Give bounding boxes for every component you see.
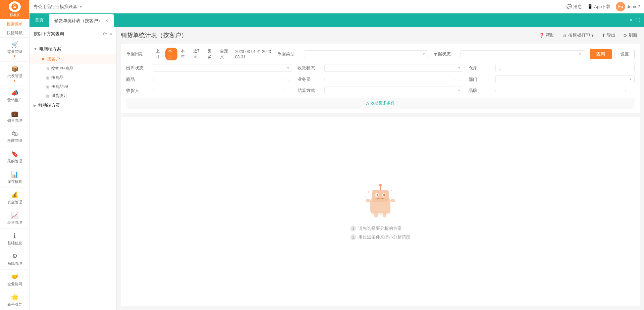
tree-group-mobile-label: 移动端方案 [38, 102, 60, 108]
tree-group-mobile: ▶ 移动端方案 [30, 100, 116, 110]
user-name: demo2 [627, 4, 640, 9]
svg-text:✦: ✦ [390, 189, 393, 192]
by-customer-icon: ● [42, 56, 45, 62]
out-status-select[interactable]: ▾ [153, 64, 292, 72]
export-btn[interactable]: ⬆ 导出 [599, 31, 618, 40]
empty-hints: 1 请先选择要分析的方案 2 用过滤条件来缩小分析范围 [350, 225, 411, 243]
settings-btn[interactable]: 设置 [614, 49, 635, 59]
maximize-btn[interactable]: ⛶ [636, 18, 640, 23]
salesperson-ellipsis-btn[interactable]: … [456, 77, 463, 82]
logo-text: 标准版 [10, 13, 20, 17]
box2-icon: ▣ [46, 85, 49, 89]
quick-nav[interactable]: 快捷导航 [0, 29, 29, 38]
tree-item-by-goods[interactable]: ▣ 按商品 [30, 73, 116, 82]
tab-close-btn[interactable]: ✕ [105, 18, 108, 23]
by-customer-goods-label: 按客户+商品 [51, 66, 73, 71]
salesperson-label: 业务员 [298, 76, 324, 83]
svg-point-8 [383, 194, 385, 196]
newbie-label: 新手引导 [7, 302, 22, 307]
settlement-arrow: ▾ [458, 88, 460, 93]
box-icon: ▣ [46, 75, 49, 80]
settlement-select[interactable]: ▾ [324, 87, 464, 94]
system-label: 系统管理 [7, 261, 22, 266]
sidebar-item-purchase[interactable]: 🔖 采购管理 [0, 147, 29, 167]
message-icon: 💬 [567, 4, 572, 9]
tree-item-by-goods-99[interactable]: ▣ 按商品99 [30, 82, 116, 91]
filter-row-2: 出库状态 ▾ 收款状态 ▾ [126, 64, 635, 72]
tab-sales-stat[interactable]: 销货单统计表（按客户） ✕ [49, 14, 114, 28]
tree-item-return-stat[interactable]: ▦ 退货统计 [30, 91, 116, 100]
sidebar-item-inventory[interactable]: 📊 库存核算 [0, 167, 29, 188]
sidebar-item-marketing[interactable]: 📣 营销推广 [0, 86, 29, 106]
date-tab-this-month[interactable]: 本月 [165, 48, 177, 60]
collapse-panel-btn[interactable]: « [110, 31, 112, 37]
doc-status-select[interactable]: ▾ [460, 50, 584, 58]
department-filter: ▾ [495, 75, 635, 83]
tree-item-by-customer[interactable]: ● 按客户 [30, 54, 116, 64]
date-tab-this-year[interactable]: 本年 [178, 48, 190, 60]
collapse-bar[interactable]: ⋀ 收起更多条件 [126, 98, 635, 109]
brand-label: 品牌 [469, 88, 495, 94]
consignee-ellipsis-btn[interactable]: … [285, 88, 292, 93]
by-customer-label: 按客户 [47, 56, 60, 62]
dropdown-arrow[interactable]: ▾ [80, 4, 82, 9]
warehouse-select[interactable]: … [495, 64, 635, 72]
basic-label: 基础信息 [7, 241, 22, 246]
svg-text:✦: ✦ [367, 190, 370, 194]
page-actions: ❓ 帮助 🖨 按模板打印 ▾ ⬆ 导出 ⟳ [536, 31, 640, 40]
tree-group-pc-header[interactable]: ▼ 电脑端方案 [30, 44, 116, 54]
sidebar-item-retail[interactable]: 🛒 零售管理 ▼ [0, 38, 29, 62]
search-menu[interactable]: 搜索菜单 [0, 19, 29, 29]
message-btn[interactable]: 💬 消息 [567, 4, 582, 10]
system-icon: ⚙ [12, 253, 17, 260]
help-btn[interactable]: ❓ 帮助 [536, 31, 557, 40]
sidebar-item-sales[interactable]: 💼 销售管理 [0, 106, 29, 127]
brand-ellipsis-btn[interactable]: … [627, 88, 635, 93]
sidebar-item-system[interactable]: ⚙ 系统管理 [0, 249, 29, 270]
inventory-icon: 📊 [11, 171, 18, 178]
sidebar-item-finance[interactable]: 💰 资金管理 [0, 188, 29, 208]
close-window-btn[interactable]: ✕ [629, 18, 633, 23]
goods-select[interactable] [153, 78, 283, 81]
tree-arrow-mobile: ▶ [34, 103, 36, 108]
sidebar-item-newbie[interactable]: 🌟 新手引导 [0, 290, 29, 310]
refresh-btn[interactable]: ⟳ 刷新 [621, 31, 640, 40]
payment-status-label: 收款状态 [298, 65, 324, 71]
add-scheme-btn[interactable]: + [98, 31, 100, 37]
brand-select[interactable] [495, 89, 626, 92]
sidebar-item-enterprise[interactable]: 🤝 企业协同 [0, 270, 29, 290]
consignee-select[interactable] [153, 89, 283, 92]
sidebar-item-wholesale[interactable]: 📦 批发管理 ▲ [0, 62, 29, 86]
sidebar-item-operations[interactable]: 📈 经营管理 [0, 208, 29, 229]
sidebar-item-ecommerce[interactable]: 🛍 电商管理 [0, 127, 29, 147]
phone-icon: 📱 [587, 4, 593, 9]
doc-status-arrow: ▾ [579, 52, 581, 56]
query-btn[interactable]: 查询 [590, 49, 612, 59]
payment-status-select[interactable]: ▾ [324, 64, 464, 72]
department-select[interactable]: ▾ [495, 75, 635, 83]
user-info[interactable]: Ea demo2 [616, 2, 640, 11]
filter-area: 单据日期 上月 本月 本年 近7天 更多 自定义 2023-03-01 至 20… [121, 44, 640, 113]
tree-group-mobile-header[interactable]: ▶ 移动端方案 [30, 100, 116, 110]
empty-state: ✦ ✦ 1 请先选择要分析的方案 2 用过滤条件来缩小分析范围 [121, 117, 640, 306]
doc-type-label: 单据类型 [277, 51, 304, 57]
tree-item-by-customer-goods[interactable]: ⊞ 按客户+商品 [30, 64, 116, 73]
goods-ellipsis-btn[interactable]: … [285, 77, 292, 82]
doc-type-select[interactable]: ▾ [304, 50, 428, 58]
date-tab-last-month[interactable]: 上月 [153, 48, 165, 60]
goods-label: 商品 [126, 76, 153, 83]
svg-point-7 [377, 194, 378, 196]
by-goods-99-label: 按商品99 [51, 84, 68, 90]
sidebar-item-basic[interactable]: ℹ 基础信息 [0, 229, 29, 249]
date-tab-last-7-days[interactable]: 近7天 [191, 48, 204, 60]
empty-icon: ✦ ✦ [360, 180, 400, 220]
marketing-label: 营销推广 [7, 98, 22, 103]
tab-home[interactable]: 首页 [30, 13, 49, 27]
refresh-scheme-btn[interactable]: ⟳ [103, 31, 107, 37]
print-btn[interactable]: 🖨 按模板打印 ▾ [560, 31, 596, 40]
message-label: 消息 [573, 4, 582, 10]
date-tab-more[interactable]: 更多 [205, 48, 217, 60]
salesperson-select[interactable] [324, 78, 455, 81]
app-download-btn[interactable]: 📱 App下载 [587, 4, 610, 10]
date-tab-custom[interactable]: 自定义 [217, 48, 232, 60]
